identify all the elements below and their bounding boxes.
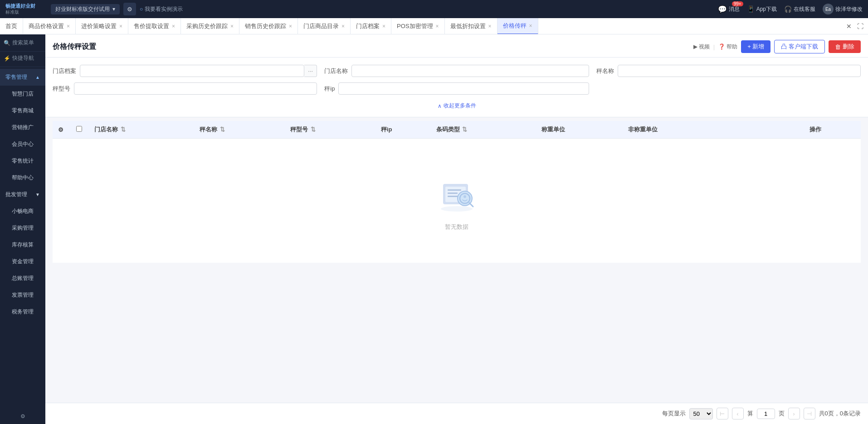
message-button[interactable]: 💬 消息 99+: [718, 5, 740, 14]
app-logo: 畅捷通好业财 标准版: [5, 3, 35, 14]
svg-rect-3: [448, 189, 461, 191]
sort-icon-scale-model[interactable]: ⇅: [311, 126, 316, 133]
chevron-down-icon: ▼: [35, 192, 40, 197]
tab-purchase-strategy[interactable]: 进价策略设置 ×: [76, 18, 128, 34]
tab-expand-button[interactable]: ⛶: [854, 21, 866, 32]
scale-model-input[interactable]: [74, 82, 317, 95]
sidebar-item-invoice[interactable]: 发票管理: [0, 287, 45, 304]
tab-close-pos-management[interactable]: ×: [436, 23, 439, 29]
delete-button[interactable]: 🗑 删除: [829, 40, 861, 53]
sort-icon-store-name[interactable]: ⇅: [121, 126, 126, 133]
svg-point-9: [463, 195, 466, 198]
tab-close-purchase-history[interactable]: ×: [230, 23, 234, 29]
per-page-select[interactable]: 50 10 20 100: [689, 408, 713, 419]
sidebar-item-retail[interactable]: 零售管理 ▲: [0, 69, 45, 86]
video-link[interactable]: ▶ 视频: [693, 43, 710, 51]
sidebar-item-ecommerce[interactable]: 小畅电商: [0, 203, 45, 220]
select-all-checkbox[interactable]: [76, 126, 82, 132]
tab-close-store-catalog[interactable]: ×: [341, 23, 345, 29]
tab-close-purchase-strategy[interactable]: ×: [119, 23, 122, 29]
app-branding: 畅捷通好业财 标准版: [5, 3, 51, 14]
sidebar-nav[interactable]: ⚡ 快捷导航: [0, 52, 45, 65]
demo-button[interactable]: ○ 我要看实例演示: [140, 5, 183, 13]
table-settings-icon[interactable]: ⚙: [58, 126, 63, 133]
filter-row-2: 秤型号 秤ip: [53, 82, 861, 95]
tab-close-price-scale[interactable]: ×: [529, 23, 532, 29]
total-label: 共0页，0条记录: [819, 410, 861, 418]
tab-home[interactable]: 首页: [0, 18, 23, 34]
table-col-non-weight-unit: 非称重单位: [623, 121, 804, 139]
sort-icon-scale-name[interactable]: ⇅: [220, 126, 225, 133]
sidebar-item-retail-mall[interactable]: 零售商城: [0, 102, 45, 119]
user-profile-button[interactable]: Ea 徐泽华修改: [823, 4, 863, 14]
chevron-up-icon: ▲: [35, 75, 40, 80]
sidebar-item-smart-store[interactable]: 智慧门店: [0, 86, 45, 102]
first-page-button[interactable]: ⊢: [717, 408, 728, 419]
sidebar-item-member[interactable]: 会员中心: [0, 136, 45, 153]
tab-store-catalog[interactable]: 门店商品目录 ×: [298, 18, 351, 34]
tab-store-archive[interactable]: 门店档案 ×: [351, 18, 391, 34]
filter-store-name: 门店名称: [324, 65, 589, 77]
sidebar-item-retail-stats[interactable]: 零售统计: [0, 153, 45, 169]
tab-sale-price[interactable]: 售价提取设置 ×: [128, 18, 181, 34]
store-name-input[interactable]: [351, 65, 589, 77]
scale-name-input[interactable]: [618, 65, 861, 77]
empty-text: 暂无数据: [445, 223, 468, 231]
tab-close-store-archive[interactable]: ×: [382, 23, 385, 29]
version-selector[interactable]: 好业财标准版交付试用 ▾: [51, 4, 120, 14]
store-archive-input[interactable]: [80, 65, 304, 77]
table-col-scale-name: 秤名称 ⇅: [194, 121, 285, 139]
empty-state: 暂无数据: [58, 143, 855, 258]
top-settings-button[interactable]: ⚙: [123, 3, 136, 15]
tab-price-scale[interactable]: 价格传秤 ×: [497, 18, 538, 34]
store-name-label: 门店名称: [324, 67, 348, 75]
add-button[interactable]: + 新增: [741, 40, 770, 53]
tab-sale-history[interactable]: 销售历史价跟踪 ×: [239, 18, 298, 34]
message-badge: 99+: [732, 1, 743, 6]
table-col-weight-unit: 称重单位: [536, 121, 623, 139]
filter-store-archive: 门店档案 ···: [53, 65, 317, 77]
tab-close-button[interactable]: ✕: [844, 21, 854, 32]
sidebar-divider-1: [0, 67, 45, 67]
filter-scale-name: 秤名称: [596, 65, 861, 77]
tab-close-sale-history[interactable]: ×: [289, 23, 292, 29]
pagination-bar: 每页显示 50 10 20 100 ⊢ ‹ 算 页 › ⊣ 共0页，0条记录: [45, 403, 868, 424]
last-page-button[interactable]: ⊣: [804, 408, 815, 419]
sidebar-item-marketing[interactable]: 营销推广: [0, 119, 45, 136]
filter-row-1: 门店档案 ··· 门店名称 秤名称: [53, 65, 861, 77]
tab-price-settings[interactable]: 商品价格设置 ×: [23, 18, 76, 34]
sidebar-item-finance[interactable]: 资金管理: [0, 253, 45, 270]
app-download-button[interactable]: 📱 App下载: [747, 5, 777, 13]
table-col-scale-model: 秤型号 ⇅: [285, 121, 375, 139]
tab-close-min-discount[interactable]: ×: [488, 23, 492, 29]
sort-icon-barcode-type[interactable]: ⇅: [462, 126, 467, 133]
store-archive-more-btn[interactable]: ···: [304, 65, 317, 77]
download-button[interactable]: 凸 客户端下载: [774, 40, 825, 53]
sidebar-item-ledger[interactable]: 总账管理: [0, 270, 45, 287]
tab-pos-management[interactable]: POS加密管理 ×: [391, 18, 444, 34]
prev-page-button[interactable]: ‹: [732, 408, 744, 419]
sidebar-item-inventory[interactable]: 库存核算: [0, 236, 45, 253]
sidebar-item-help[interactable]: 帮助中心: [0, 169, 45, 186]
tab-purchase-history[interactable]: 采购历史价跟踪 ×: [181, 18, 239, 34]
tab-close-price-settings[interactable]: ×: [67, 23, 70, 29]
sidebar-item-tax[interactable]: 税务管理: [0, 304, 45, 320]
sidebar-item-wholesale[interactable]: 批发管理 ▼: [0, 186, 45, 203]
empty-state-row: 暂无数据: [53, 139, 861, 263]
page-input[interactable]: [757, 409, 775, 419]
collapse-button[interactable]: ∧ 收起更多条件: [53, 100, 861, 111]
tab-min-discount[interactable]: 最低折扣设置 ×: [445, 18, 497, 34]
avatar: Ea: [823, 4, 834, 14]
per-page-label: 每页显示: [662, 410, 686, 418]
online-service-button[interactable]: 🎧 在线客服: [784, 5, 815, 13]
store-archive-label: 门店档案: [53, 67, 76, 75]
table-body: 暂无数据: [53, 139, 861, 263]
sidebar-settings-button[interactable]: ⚙: [0, 409, 45, 424]
sidebar-item-purchase[interactable]: 采购管理: [0, 220, 45, 236]
page-unit-label: 页: [779, 410, 785, 418]
next-page-button[interactable]: ›: [788, 408, 800, 419]
help-link[interactable]: ❓ 帮助: [718, 43, 737, 51]
sidebar-search[interactable]: 🔍 搜索菜单: [0, 34, 45, 52]
scale-ip-input[interactable]: [338, 82, 589, 95]
tab-close-sale-price[interactable]: ×: [172, 23, 175, 29]
